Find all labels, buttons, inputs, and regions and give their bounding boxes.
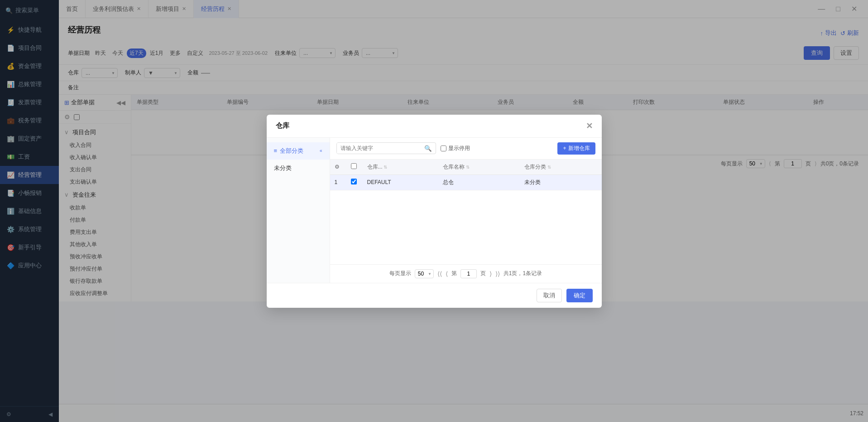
modal-page-label: 第 — [451, 270, 457, 277]
modal-per-page-label: 每页显示 — [389, 270, 411, 277]
modal-close-btn[interactable]: ✕ — [586, 121, 593, 131]
modal-table-wrap: ⚙ 仓库... 仓库名称 仓库分类 1 — [330, 160, 602, 264]
table-settings-icon[interactable]: ⚙ — [335, 164, 340, 170]
modal-confirm-btn[interactable]: 确定 — [566, 289, 593, 302]
row-category: 未分类 — [520, 175, 601, 190]
modal-total-text: 共1页，1条记录 — [504, 270, 542, 277]
modal-table: ⚙ 仓库... 仓库名称 仓库分类 1 — [330, 160, 602, 190]
collapse-all-icon: « — [320, 148, 322, 153]
row-checkbox-cell — [346, 175, 363, 190]
modal-table-row[interactable]: 1 DEFAULT 总仓 未分类 — [330, 175, 602, 190]
select-all-checkbox[interactable] — [351, 163, 357, 169]
modal-prev-page-btn[interactable]: ⟨ — [446, 270, 448, 277]
warehouse-modal: 仓库 ✕ ≡ 全部分类 « 未分类 🔍 显示停用 — [267, 115, 602, 308]
modal-main-content: 🔍 显示停用 + 新增仓库 ⚙ — [330, 138, 602, 283]
modal-per-page-select[interactable]: 50 — [415, 269, 434, 278]
modal-sidebar-unclassified[interactable]: 未分类 — [267, 160, 330, 177]
row-checkbox[interactable] — [351, 179, 357, 184]
modal-next-page-btn[interactable]: ⟩ — [489, 270, 492, 277]
row-name: 总仓 — [438, 175, 520, 190]
modal-sidebar: ≡ 全部分类 « 未分类 — [267, 138, 330, 283]
row-index: 1 — [330, 175, 346, 190]
modal-page-input[interactable] — [460, 269, 477, 278]
warehouse-search-input[interactable] — [337, 143, 421, 154]
modal-page-suffix: 页 — [480, 270, 486, 277]
modal-col-name[interactable]: 仓库名称 — [438, 160, 520, 175]
row-code: DEFAULT — [363, 175, 438, 190]
modal-last-page-btn[interactable]: ⟩⟩ — [495, 270, 500, 277]
plus-icon: + — [563, 145, 566, 151]
modal-col-settings: ⚙ — [330, 160, 346, 175]
modal-col-code[interactable]: 仓库... — [363, 160, 438, 175]
modal-pagination: 每页显示 50 ⟨⟨ ⟨ 第 页 ⟩ ⟩⟩ 共1页，1条记录 — [330, 264, 602, 283]
modal-col-checkbox — [346, 160, 363, 175]
search-wrap: 🔍 — [336, 142, 436, 154]
warehouse-search-btn[interactable]: 🔍 — [421, 145, 436, 152]
modal-body: ≡ 全部分类 « 未分类 🔍 显示停用 + 新增 — [267, 138, 602, 283]
modal-per-page-wrap: 50 — [415, 269, 434, 278]
show-disabled-label[interactable]: 显示停用 — [441, 145, 470, 152]
modal-footer: 取消 确定 — [267, 283, 602, 308]
add-warehouse-btn[interactable]: + 新增仓库 — [557, 142, 595, 155]
modal-col-category[interactable]: 仓库分类 — [520, 160, 601, 175]
modal-title: 仓库 — [276, 121, 289, 130]
modal-header: 仓库 ✕ — [267, 115, 602, 138]
modal-cancel-btn[interactable]: 取消 — [537, 289, 562, 302]
all-categories-icon: ≡ — [274, 147, 278, 154]
modal-sidebar-all[interactable]: ≡ 全部分类 « — [267, 142, 330, 160]
modal-first-page-btn[interactable]: ⟨⟨ — [437, 270, 442, 277]
show-disabled-checkbox[interactable] — [441, 146, 446, 151]
modal-toolbar: 🔍 显示停用 + 新增仓库 — [330, 138, 602, 160]
